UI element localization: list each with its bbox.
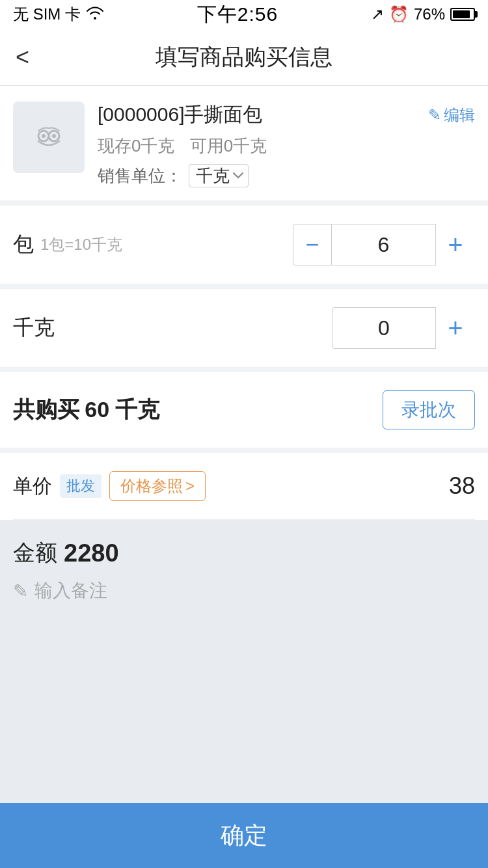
price-ref-arrow: >: [185, 477, 195, 495]
kg-row: 千克 +: [13, 289, 475, 367]
amount-label: 金额: [13, 538, 57, 568]
summary-text: 共购买 60 千克: [13, 395, 159, 425]
status-right: ↗ ⏰ 76%: [371, 5, 475, 23]
pack-row: 包 1包=10千克 − +: [13, 206, 475, 284]
separator-2: [0, 367, 488, 372]
unit-select[interactable]: 千克: [189, 164, 249, 187]
unit-label: 销售单位：: [98, 165, 182, 187]
pack-form-section: 包 1包=10千克 − +: [0, 206, 488, 284]
kg-increase-button[interactable]: +: [436, 307, 475, 349]
price-ref-label: 价格参照: [120, 476, 183, 496]
product-unit-row: 销售单位： 千克: [98, 164, 475, 187]
product-name-row: [0000006]手撕面包 ✎ 编辑: [98, 102, 475, 128]
page-title: 填写商品购买信息: [156, 42, 332, 72]
status-time: 下午2:56: [197, 1, 278, 28]
kg-quantity-input[interactable]: [332, 307, 436, 349]
location-icon: ↗: [371, 5, 384, 23]
separator-3: [0, 448, 488, 453]
back-button[interactable]: <: [16, 44, 29, 71]
kg-label-text: 千克: [13, 314, 55, 342]
summary-unit: 千克: [115, 397, 159, 422]
price-section: 单价 批发 价格参照 > 38: [0, 453, 488, 520]
summary-amount: 60: [85, 397, 109, 422]
nav-bar: < 填写商品购买信息: [0, 29, 488, 86]
stock-text: 现存0千克: [98, 136, 174, 156]
price-ref-button[interactable]: 价格参照 >: [109, 471, 206, 501]
pack-sub-label: 1包=10千克: [40, 234, 122, 255]
kg-quantity-control: +: [332, 307, 475, 349]
wifi-icon: [86, 5, 104, 23]
price-type-badge: 批发: [60, 474, 102, 498]
product-full-name: [0000006]手撕面包: [98, 102, 262, 128]
amount-section: 金额 2280 ✎ 输入备注: [0, 520, 488, 616]
pack-quantity-control: − +: [293, 224, 475, 265]
edit-icon: ✎: [428, 106, 441, 124]
price-label: 单价: [13, 473, 52, 500]
status-bar: 无 SIM 卡 下午2:56 ↗ ⏰ 76%: [0, 0, 488, 29]
price-value: 38: [449, 472, 475, 500]
carrier-text: 无 SIM 卡: [13, 4, 81, 25]
remark-icon: ✎: [13, 580, 28, 602]
edit-label: 编辑: [444, 105, 475, 126]
price-row: 单价 批发 价格参照 > 38: [13, 453, 475, 520]
price-label-group: 单价 批发 价格参照 >: [13, 471, 206, 501]
pack-decrease-button[interactable]: −: [293, 224, 332, 265]
amount-row: 金额 2280: [13, 538, 475, 568]
pack-label-group: 包 1包=10千克: [13, 230, 122, 259]
battery-percent: 76%: [414, 5, 445, 23]
batch-button[interactable]: 录批次: [383, 390, 475, 429]
remark-row[interactable]: ✎ 输入备注: [13, 578, 475, 603]
kg-label: 千克: [13, 314, 55, 342]
spacer: [0, 616, 488, 803]
pack-quantity-input[interactable]: [332, 224, 436, 265]
edit-button[interactable]: ✎ 编辑: [428, 105, 475, 126]
svg-point-2: [42, 134, 46, 138]
product-image: [13, 102, 85, 173]
product-section: [0000006]手撕面包 ✎ 编辑 现存0千克 可用0千克 销售单位： 千克: [0, 86, 488, 206]
remark-placeholder: 输入备注: [34, 578, 107, 603]
kg-form-section: 千克 +: [0, 289, 488, 367]
amount-value: 2280: [64, 539, 119, 567]
alarm-icon: ⏰: [389, 5, 409, 23]
svg-point-3: [52, 134, 56, 138]
product-stock: 现存0千克 可用0千克: [98, 135, 475, 157]
summary-prefix: 共购买: [13, 397, 79, 422]
pack-label: 包: [13, 230, 34, 259]
pack-increase-button[interactable]: +: [436, 224, 475, 265]
separator-1: [0, 284, 488, 289]
available-text: 可用0千克: [190, 136, 267, 156]
summary-section: 共购买 60 千克 录批次: [0, 372, 488, 448]
product-info: [0000006]手撕面包 ✎ 编辑 现存0千克 可用0千克 销售单位： 千克: [98, 102, 475, 187]
battery-icon: [450, 8, 475, 21]
confirm-button[interactable]: 确定: [0, 803, 488, 868]
summary-row: 共购买 60 千克 录批次: [13, 372, 475, 448]
status-left: 无 SIM 卡: [13, 4, 104, 25]
